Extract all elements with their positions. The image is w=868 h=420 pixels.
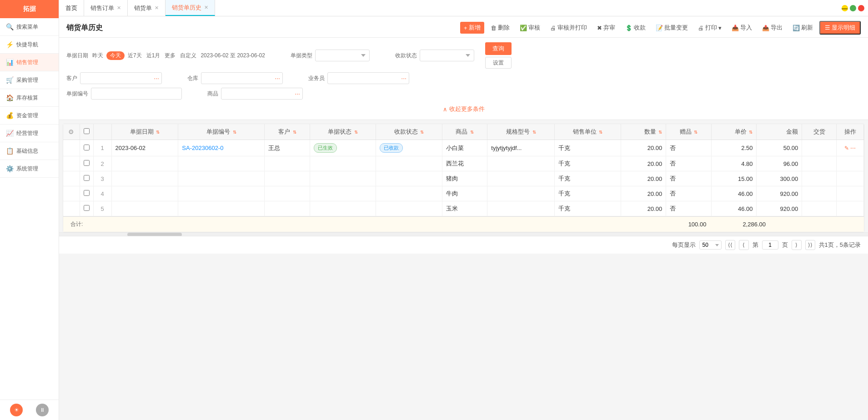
display-detail-button[interactable]: ☰ 显示明细 bbox=[819, 21, 861, 35]
col-spec[interactable]: 规格型号 ⇅ bbox=[487, 124, 555, 140]
row-checkbox-1[interactable] bbox=[84, 160, 90, 166]
sidebar-bottom-btn-1[interactable]: ☀ bbox=[10, 404, 23, 416]
sort-spec-icon[interactable]: ⇅ bbox=[532, 130, 536, 135]
goods-input[interactable] bbox=[221, 88, 303, 100]
prev-page-button[interactable]: ⟨ bbox=[739, 240, 749, 250]
warehouse-dots-icon[interactable]: ··· bbox=[275, 75, 280, 82]
col-sales-unit[interactable]: 销售单位 ⇅ bbox=[555, 124, 621, 140]
col-quantity[interactable]: 数量 ⇅ bbox=[621, 124, 666, 140]
col-customer[interactable]: 客户 ⇅ bbox=[265, 124, 310, 140]
sort-customer-icon[interactable]: ⇅ bbox=[293, 130, 296, 135]
sort-payment-status-icon[interactable]: ⇅ bbox=[420, 130, 424, 135]
row-checkbox-0[interactable] bbox=[84, 145, 90, 150]
row-checkbox-2[interactable] bbox=[84, 175, 90, 181]
col-unit-price[interactable]: 单价 ⇅ bbox=[711, 124, 757, 140]
sort-doc-status-icon[interactable]: ⇅ bbox=[354, 130, 358, 135]
close-btn[interactable] bbox=[858, 5, 864, 11]
shortcut-custom[interactable]: 自定义 bbox=[179, 51, 198, 60]
import-button[interactable]: 📥 导入 bbox=[728, 22, 756, 34]
col-goods[interactable]: 商品 ⇅ bbox=[442, 124, 487, 140]
sort-quantity-icon[interactable]: ⇅ bbox=[658, 130, 662, 135]
last-page-button[interactable]: ⟩⟩ bbox=[805, 240, 815, 250]
tab-sales-order[interactable]: 销售订单 ✕ bbox=[84, 0, 128, 16]
more-conditions-toggle[interactable]: ∧ 收起更多条件 bbox=[66, 103, 861, 115]
row-doc-no-0[interactable]: SA-20230602-0 bbox=[178, 140, 265, 156]
row-check-2[interactable] bbox=[80, 171, 93, 186]
refresh-button[interactable]: 🔄 刷新 bbox=[789, 22, 817, 34]
sort-sales-unit-icon[interactable]: ⇅ bbox=[599, 130, 602, 135]
shortcut-today[interactable]: 今天 bbox=[106, 51, 125, 60]
doc-no-input[interactable] bbox=[91, 88, 182, 100]
print-button[interactable]: 🖨 打印 ▾ bbox=[694, 22, 725, 34]
page-input[interactable] bbox=[762, 240, 778, 250]
col-settings[interactable]: ⚙ bbox=[63, 124, 80, 140]
sidebar-item-basic-info[interactable]: 📋 基础信息 bbox=[0, 142, 59, 160]
row-check-0[interactable] bbox=[80, 140, 93, 156]
sidebar-item-search-menu[interactable]: 🔍 搜索菜单 bbox=[0, 18, 59, 36]
customer-input[interactable] bbox=[80, 72, 162, 84]
tab-sales-goods-history[interactable]: 销货单历史 ✕ bbox=[166, 0, 215, 16]
tab-sales-goods[interactable]: 销货单 ✕ bbox=[128, 0, 166, 16]
table-gear-icon[interactable]: ⚙ bbox=[68, 128, 74, 135]
maximize-btn[interactable] bbox=[850, 5, 856, 11]
settings-button[interactable]: 设置 bbox=[485, 57, 512, 69]
collection-status-select[interactable] bbox=[420, 50, 474, 61]
col-payment-status[interactable]: 收款状态 ⇅ bbox=[376, 124, 442, 140]
tab-sales-order-close[interactable]: ✕ bbox=[117, 5, 121, 11]
sidebar-item-inventory-calc[interactable]: 🏠 库存核算 bbox=[0, 89, 59, 107]
new-button[interactable]: + 新增 bbox=[460, 22, 484, 34]
staff-dots-icon[interactable]: ··· bbox=[401, 75, 406, 82]
row-doc-no-2[interactable] bbox=[178, 171, 265, 186]
row-check-3[interactable] bbox=[80, 186, 93, 201]
row-doc-no-3[interactable] bbox=[178, 186, 265, 201]
row-checkbox-4[interactable] bbox=[84, 205, 90, 211]
warehouse-input[interactable] bbox=[201, 72, 283, 84]
shortcut-more[interactable]: 更多 bbox=[163, 51, 177, 60]
edit-action-0[interactable]: ✎ bbox=[844, 145, 849, 151]
col-doc-date[interactable]: 单据日期 ⇅ bbox=[111, 124, 178, 140]
col-doc-no[interactable]: 单据编号 ⇅ bbox=[178, 124, 265, 140]
sidebar-item-quick-nav[interactable]: ⚡ 快捷导航 bbox=[0, 36, 59, 54]
row-check-4[interactable] bbox=[80, 201, 93, 216]
sort-doc-no-icon[interactable]: ⇅ bbox=[233, 130, 236, 135]
goods-dots-icon[interactable]: ··· bbox=[295, 90, 300, 97]
shortcut-yesterday[interactable]: 昨天 bbox=[91, 51, 105, 60]
delete-button[interactable]: 🗑 删除 bbox=[487, 22, 513, 34]
sidebar-item-finance-mgmt[interactable]: 💰 资金管理 bbox=[0, 107, 59, 125]
row-checkbox-3[interactable] bbox=[84, 190, 90, 196]
sidebar-bottom-btn-2[interactable]: ⏸ bbox=[36, 404, 49, 416]
abandon-button[interactable]: ✖ 弃审 bbox=[593, 22, 619, 34]
tab-home[interactable]: 首页 bbox=[59, 0, 84, 16]
sort-gift-icon[interactable]: ⇅ bbox=[694, 130, 697, 135]
query-button[interactable]: 查询 bbox=[485, 42, 512, 55]
customer-dots-icon[interactable]: ··· bbox=[154, 75, 159, 82]
sidebar-item-system-mgmt[interactable]: ⚙️ 系统管理 bbox=[0, 160, 59, 178]
tab-sales-goods-close[interactable]: ✕ bbox=[155, 5, 159, 11]
sidebar-item-sales-mgmt[interactable]: 📊 销售管理 bbox=[0, 54, 59, 71]
row-doc-no-4[interactable] bbox=[178, 201, 265, 216]
first-page-button[interactable]: ⟨⟨ bbox=[725, 240, 735, 250]
row-doc-no-1[interactable] bbox=[178, 156, 265, 171]
row-check-1[interactable] bbox=[80, 156, 93, 171]
sort-unit-price-icon[interactable]: ⇅ bbox=[749, 130, 753, 135]
export-button[interactable]: 📤 导出 bbox=[758, 22, 786, 34]
select-all-checkbox[interactable] bbox=[84, 128, 90, 134]
minimize-btn[interactable]: — bbox=[842, 5, 848, 11]
staff-input[interactable] bbox=[327, 72, 409, 84]
next-page-button[interactable]: ⟩ bbox=[792, 240, 802, 250]
page-size-select[interactable]: 50 100 200 bbox=[699, 240, 722, 250]
col-doc-status[interactable]: 单据状态 ⇅ bbox=[310, 124, 376, 140]
more-action-0[interactable]: ⋯ bbox=[850, 145, 856, 151]
col-check[interactable] bbox=[80, 124, 93, 140]
audit-button[interactable]: ✅ 审核 bbox=[516, 22, 544, 34]
sidebar-item-purchase-mgmt[interactable]: 🛒 采购管理 bbox=[0, 71, 59, 89]
horizontal-scrollbar[interactable] bbox=[59, 232, 868, 236]
shortcut-last1m[interactable]: 近1月 bbox=[145, 51, 162, 60]
doc-type-select[interactable] bbox=[315, 50, 370, 61]
col-gift[interactable]: 赠品 ⇅ bbox=[666, 124, 712, 140]
audit-print-button[interactable]: 🖨 审核并打印 bbox=[547, 22, 591, 34]
batch-change-button[interactable]: 📝 批量变更 bbox=[652, 22, 692, 34]
sidebar-item-operation-mgmt[interactable]: 📈 经营管理 bbox=[0, 125, 59, 142]
shortcut-last7[interactable]: 近7天 bbox=[126, 51, 143, 60]
collect-button[interactable]: 💲 收款 bbox=[622, 22, 649, 34]
